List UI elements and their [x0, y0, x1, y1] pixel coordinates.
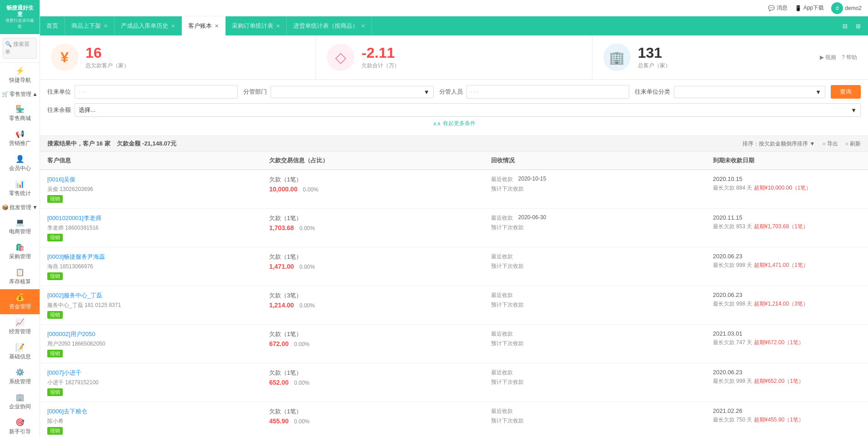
customer-name[interactable]: [0001020001]李老师	[47, 214, 269, 222]
stat-info-overdue: 16 总欠款客户（家）	[85, 45, 129, 70]
debt-count: 欠款（1笔）	[269, 407, 491, 416]
sidebar-item-finance[interactable]: 💰 资金管理	[0, 289, 40, 314]
tab-product-history[interactable]: 产成品入库单历史 ✕	[115, 16, 182, 35]
customer-info-cell: [0002]服务中心_丁磊 服务中心_丁磊 181 0125 8371 现销	[47, 291, 269, 319]
debt-info-cell: 欠款（1笔） 1,471.00 0.00%	[269, 253, 491, 270]
tab-purchase-stats[interactable]: 进货单统计表（按商品） ✕	[287, 16, 372, 35]
customer-name[interactable]: [000002]用户2050	[47, 330, 269, 338]
sidebar-item-quick-nav[interactable]: ⚡ 快捷导航	[0, 63, 40, 88]
customer-name[interactable]: [0016]吴俊	[47, 176, 269, 184]
overdue-amount-link[interactable]: 超期¥10,000.00（1笔）	[754, 185, 812, 191]
overdue-amount-link[interactable]: 超期¥1,471.00（1笔）	[754, 262, 808, 268]
stat-label-overdue: 总欠款客户（家）	[85, 62, 129, 70]
stat-card-overdue-amount: ◇ -2.11 欠款合计（万）	[316, 35, 592, 79]
customer-name[interactable]: [0002]服务中心_丁磊	[47, 291, 269, 300]
debt-count: 欠款（1笔）	[269, 176, 491, 184]
message-button[interactable]: 💬 消息	[768, 4, 788, 12]
sidebar-item-purchase[interactable]: 🛍️ 采购管理	[0, 239, 40, 264]
app-download-button[interactable]: 📱 App下载	[795, 4, 824, 12]
help-control[interactable]: ? 帮助	[842, 54, 857, 61]
tab-home[interactable]: 首页	[40, 16, 65, 35]
nav-minimize-icon[interactable]: ⊟	[840, 21, 850, 31]
due-overdue: 最长欠款 884 天 超期¥10,000.00（1笔）	[713, 184, 861, 192]
filter-person-label: 分管人员	[439, 88, 463, 96]
tab-customer-account[interactable]: 客户账本 ✕	[182, 16, 226, 35]
debt-amount[interactable]: 455.90	[269, 417, 289, 425]
filter-person-dots: ···	[471, 88, 479, 96]
overdue-amount-link[interactable]: 超期¥1,703.68（1笔）	[754, 223, 808, 230]
filter-unit-input[interactable]: ···	[75, 85, 238, 99]
debt-amount[interactable]: 672.00	[269, 340, 289, 347]
refresh-label: 刷新	[850, 140, 861, 148]
overdue-amount-link[interactable]: 超期¥672.00（1笔）	[754, 339, 804, 346]
sidebar-item-enterprise[interactable]: 🏢 企业协同	[0, 389, 40, 414]
customer-tag: 现销	[47, 388, 63, 396]
sidebar-item-new-guide[interactable]: 🎯 新手引导	[0, 414, 40, 437]
customer-name[interactable]: [0003]畅捷服务尹海蕊	[47, 253, 269, 261]
sidebar-item-label: 新手引导	[9, 428, 31, 436]
customer-name[interactable]: [0006]去下粮仓	[47, 407, 269, 416]
customer-tag: 现销	[47, 272, 63, 280]
sidebar-item-retail-stats[interactable]: 📊 零售统计	[0, 176, 40, 201]
video-icon: ▶	[820, 54, 824, 60]
sidebar-item-retail-mgmt[interactable]: 🛒 零售管理 ▲	[0, 88, 40, 101]
tab-customer-account-close[interactable]: ✕	[215, 23, 219, 29]
search-menu-button[interactable]: 🔍 搜索菜单	[3, 38, 37, 59]
sidebar-item-retail-store[interactable]: 🏪 零售商城	[0, 101, 40, 126]
sidebar-item-basic-info[interactable]: 📝 基础信息	[0, 339, 40, 364]
next-payment-row: 预计下次收款	[491, 378, 713, 386]
tab-product-history-close[interactable]: ✕	[171, 23, 175, 29]
sidebar-item-batch-mgmt[interactable]: 📦 批发管理 ▼	[0, 201, 40, 214]
video-control[interactable]: ▶ 视频	[820, 54, 836, 61]
refresh-button[interactable]: ○ 刷新	[845, 140, 861, 148]
sidebar-item-member[interactable]: 👤 会员中心	[0, 151, 40, 176]
sidebar-item-inventory[interactable]: 📋 库存核算	[0, 264, 40, 289]
debt-amount[interactable]: 1,471.00	[269, 263, 294, 270]
debt-amount[interactable]: 1,214.00	[269, 301, 294, 309]
sidebar-item-ecom[interactable]: 💻 电商管理	[0, 214, 40, 239]
sidebar-item-system[interactable]: ⚙️ 系统管理	[0, 364, 40, 389]
customer-tag: 现销	[47, 195, 63, 203]
filter-dept-select[interactable]: ▼	[271, 86, 434, 98]
nav-maximize-icon[interactable]: ⊞	[853, 21, 863, 31]
retail-stats-icon: 📊	[15, 180, 25, 188]
tab-purchase-stats-close[interactable]: ✕	[361, 23, 365, 29]
sort-button[interactable]: 排序：按欠款金额倒序排序 ▼	[743, 140, 815, 148]
next-payment-label: 预计下次收款	[491, 301, 524, 309]
user-name: demo2	[845, 5, 862, 11]
nav-tabs-container: 首页 商品上下架 ✕ 产成品入库单历史 ✕ 客户账本 ✕ 采购订单统计表 ✕	[40, 16, 835, 35]
debt-amount[interactable]: 10,000.00	[269, 186, 297, 193]
payback-cell: 最近收款 2020-10-15 预计下次收款	[491, 176, 713, 193]
overdue-amount-link[interactable]: 超期¥455.90（1笔）	[754, 417, 804, 423]
user-avatar[interactable]: d demo2	[831, 2, 862, 14]
overdue-amount-link[interactable]: 超期¥652.00（1笔）	[754, 378, 804, 384]
content-tabs-area: 首页 商品上下架 ✕ 产成品入库单历史 ✕ 客户账本 ✕ 采购订单统计表 ✕	[40, 16, 868, 437]
export-button[interactable]: ○ 导出	[823, 140, 838, 148]
search-button[interactable]: 查询	[831, 85, 861, 99]
last-payment-row: 最近收款	[491, 369, 713, 377]
table-row: [0016]吴俊 吴俊 13026203696 现销 欠款（1笔） 10,000…	[40, 170, 868, 209]
filter-category-select[interactable]: ▼	[674, 86, 825, 98]
help-icon: ?	[842, 54, 845, 60]
tab-product-offline-close[interactable]: ✕	[104, 23, 108, 29]
debt-amount[interactable]: 652.00	[269, 379, 289, 386]
tab-product-offline[interactable]: 商品上下架 ✕	[65, 16, 115, 35]
filter-collapse-button[interactable]: ∧∧ 收起更多条件	[47, 117, 861, 130]
sidebar-item-business[interactable]: 📈 经营管理	[0, 314, 40, 339]
sidebar-item-marketing[interactable]: 📢 营销推广	[0, 126, 40, 151]
debt-amount[interactable]: 1,703.68	[269, 224, 294, 231]
last-payment-row: 最近收款 2020-10-15	[491, 176, 713, 183]
tab-purchase-order[interactable]: 采购订单统计表 ✕	[226, 16, 287, 35]
debt-percent: 0.00%	[299, 225, 315, 231]
filter-balance-select[interactable]: 选择... ▼	[75, 103, 861, 117]
customer-name[interactable]: [0007]小进千	[47, 369, 269, 377]
table-row: [0003]畅捷服务尹海蕊 海燕 18513066976 现销 欠款（1笔） 1…	[40, 247, 868, 286]
filter-person-input[interactable]: ···	[467, 85, 630, 99]
table-row: [0002]服务中心_丁磊 服务中心_丁磊 181 0125 8371 现销 欠…	[40, 286, 868, 325]
filter-balance-arrow: ▼	[851, 107, 857, 114]
results-bar: 搜索结果中，客户 16 家 欠款金额 -21,148.07元 排序：按欠款金额倒…	[40, 136, 868, 152]
tab-purchase-order-close[interactable]: ✕	[276, 23, 280, 29]
customer-contact: 小进千 18279152100	[47, 379, 269, 387]
overdue-amount-link[interactable]: 超期¥1,214.00（3笔）	[754, 301, 808, 307]
due-overdue: 最长欠款 998 天 超期¥1,214.00（3笔）	[713, 300, 861, 308]
